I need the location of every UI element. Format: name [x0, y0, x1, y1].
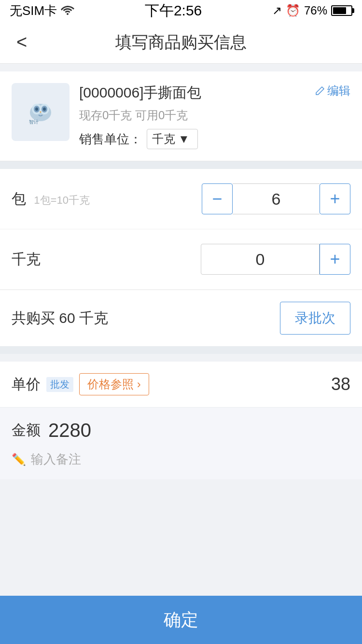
decrease-bag-button[interactable]: −	[202, 183, 233, 214]
quantity-bag-input[interactable]: 6	[233, 183, 320, 214]
battery-icon	[331, 5, 352, 16]
price-section: 单价 批发 价格参照 › 38	[0, 362, 362, 407]
quantity-kg-input[interactable]: 0	[201, 244, 320, 275]
status-left: 无SIM卡	[10, 2, 74, 19]
price-label-row: 单价 批发 价格参照 ›	[12, 373, 149, 395]
amount-label: 金额	[12, 420, 41, 440]
pencil-icon: ✏️	[12, 453, 26, 466]
quantity-control-bag: − 6 +	[202, 183, 350, 214]
batch-button[interactable]: 录批次	[280, 302, 350, 335]
carrier-label: 无SIM卡	[10, 2, 57, 19]
summary-row: 共购买 60 千克 录批次	[0, 290, 362, 346]
wifi-icon	[61, 3, 74, 18]
unit-label: 销售单位：	[79, 131, 142, 148]
input-label-bag: 包 1包=10千克	[12, 189, 202, 209]
section-divider-1	[0, 161, 362, 169]
quantity-control-kg: 0 +	[201, 244, 350, 275]
alarm-icon: ⏰	[286, 4, 300, 17]
status-right: ↗ ⏰ 76%	[272, 4, 352, 17]
input-section: 包 1包=10千克 − 6 + 千克 0 +	[0, 169, 362, 290]
section-divider-2	[0, 346, 362, 354]
amount-section: 金额 2280 ✏️ 输入备注	[0, 408, 362, 479]
battery-percent: 76%	[304, 4, 327, 17]
confirm-button[interactable]: 确定	[0, 596, 362, 644]
product-stock: 现存0千克 可用0千克	[79, 108, 350, 123]
input-row-kg: 千克 0 +	[0, 229, 362, 290]
note-placeholder: 输入备注	[31, 451, 81, 468]
svg-point-5	[35, 107, 38, 111]
back-button[interactable]: <	[12, 27, 32, 57]
amount-value: 2280	[48, 420, 91, 441]
product-logo: 智计	[26, 96, 55, 129]
unit-select[interactable]: 千克 ▼	[147, 129, 198, 149]
edit-button[interactable]: 编辑	[315, 83, 350, 98]
price-ref-button[interactable]: 价格参照 ›	[79, 373, 149, 395]
input-row-bag: 包 1包=10千克 − 6 +	[0, 169, 362, 229]
dropdown-icon: ▼	[178, 132, 190, 146]
price-label: 单价	[12, 375, 41, 394]
increase-kg-button[interactable]: +	[320, 244, 350, 275]
increase-bag-button[interactable]: +	[320, 183, 350, 214]
status-bar: 无SIM卡 下午2:56 ↗ ⏰ 76%	[0, 0, 362, 21]
location-icon: ↗	[272, 4, 282, 17]
price-value: 38	[331, 374, 350, 394]
product-name: [0000006]手撕面包	[79, 83, 201, 103]
note-row[interactable]: ✏️ 输入备注	[12, 451, 350, 468]
input-hint-bag: 1包=10千克	[34, 194, 90, 206]
svg-text:智计: 智计	[29, 119, 39, 125]
amount-row: 金额 2280	[12, 420, 350, 441]
page-title: 填写商品购买信息	[115, 31, 247, 54]
product-unit-row: 销售单位： 千克 ▼	[79, 129, 350, 149]
price-tag-pifa: 批发	[46, 377, 73, 392]
summary-text: 共购买 60 千克	[12, 308, 108, 328]
input-label-kg: 千克	[12, 250, 201, 269]
product-image: 智计	[12, 83, 70, 141]
nav-bar: < 填写商品购买信息	[0, 21, 362, 64]
unit-value: 千克	[152, 131, 175, 147]
product-info: [0000006]手撕面包 编辑 现存0千克 可用0千克 销售单位： 千克 ▼	[79, 83, 350, 149]
svg-point-6	[43, 107, 46, 111]
status-time: 下午2:56	[145, 1, 202, 21]
product-card: 智计 [0000006]手撕面包 编辑 现存0千克 可用0千克 销售单位： 千克…	[0, 71, 362, 161]
